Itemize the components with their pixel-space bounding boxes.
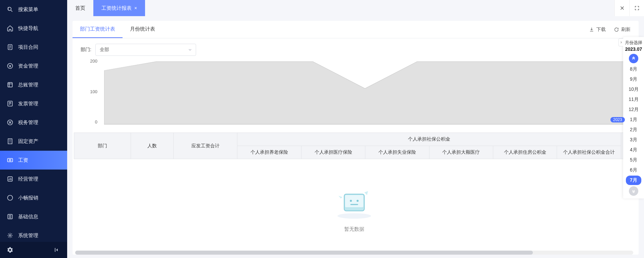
- sidebar-item-label: 固定资产: [18, 138, 38, 145]
- y-tick: 0: [95, 119, 97, 124]
- svg-rect-3: [8, 82, 12, 87]
- sidebar-item-8[interactable]: 工资: [0, 151, 67, 170]
- th-sub-2: 个人承担失业保险: [365, 146, 429, 159]
- sidebar-item-label: 税务管理: [18, 119, 38, 126]
- month-scroll-down[interactable]: [629, 186, 638, 196]
- sidebar-item-label: 总账管理: [18, 82, 38, 88]
- sidebar-item-label: 发票管理: [18, 101, 38, 107]
- th-gross: 应发工资合计: [174, 133, 237, 159]
- month-option-1[interactable]: 9月: [626, 75, 641, 84]
- svg-point-8: [9, 159, 11, 161]
- nav-tab-1[interactable]: 工资统计报表×: [93, 0, 145, 16]
- month-option-3[interactable]: 11月: [626, 95, 641, 104]
- month-selector-panel: 月份选择 2023.07 8月9月10月11月12月1月20232月3月4月5月…: [623, 37, 644, 198]
- sidebar-item-6[interactable]: 税务管理: [0, 113, 67, 132]
- svg-marker-13: [104, 62, 626, 124]
- month-option-9[interactable]: 5月: [626, 155, 641, 165]
- th-sub-4: 个人承担住房公积金: [493, 146, 557, 159]
- download-icon: [589, 27, 594, 32]
- th-group-personal: 个人承担社保公积金: [237, 133, 621, 146]
- th-sub-1: 个人承担医疗保险: [301, 146, 365, 159]
- refresh-button[interactable]: 刷新: [614, 27, 631, 33]
- month-scroll-up[interactable]: [629, 54, 638, 63]
- month-option-10[interactable]: 6月: [626, 165, 641, 175]
- y-tick: 200: [90, 59, 97, 64]
- svg-rect-7: [8, 158, 13, 162]
- nav-tab-0[interactable]: 首页: [67, 0, 93, 16]
- contract-icon: [7, 44, 13, 50]
- sidebar-item-12[interactable]: 系统管理: [0, 226, 67, 242]
- th-sub-5: 个人承担社保公积金合计: [557, 146, 621, 159]
- tax-icon: [7, 119, 13, 126]
- scrollbar-thumb[interactable]: [75, 251, 533, 255]
- operations-icon: [7, 176, 13, 182]
- subtab-0[interactable]: 部门工资统计表: [73, 21, 123, 38]
- info-icon: [7, 213, 13, 220]
- subheader: 部门工资统计表月份统计表 下载 刷新: [73, 21, 637, 38]
- sidebar-item-label: 资金管理: [18, 63, 38, 69]
- sidebar-item-label: 快捷导航: [18, 25, 38, 32]
- month-option-6[interactable]: 2月: [626, 125, 641, 135]
- th-sub-3: 个人承担大额医疗: [429, 146, 493, 159]
- sidebar-item-1[interactable]: 快捷导航: [0, 19, 67, 38]
- dept-filter-label: 部门:: [81, 47, 91, 53]
- svg-marker-21: [338, 196, 342, 198]
- svg-point-18: [350, 200, 352, 202]
- sidebar-item-4[interactable]: 总账管理: [0, 75, 67, 94]
- close-all-tabs-button[interactable]: [614, 0, 629, 16]
- fullscreen-button[interactable]: [629, 0, 644, 16]
- dept-select[interactable]: 全部: [95, 44, 196, 56]
- subtab-1[interactable]: 月份统计表: [123, 21, 163, 38]
- month-option-0[interactable]: 8月: [626, 65, 641, 74]
- month-option-5[interactable]: 1月2023: [626, 115, 641, 124]
- system-icon: [7, 232, 13, 239]
- reimburse-icon: [7, 194, 13, 201]
- svg-point-19: [357, 200, 359, 202]
- dept-select-value: 全部: [100, 47, 109, 53]
- nav-tab-label: 工资统计报表: [101, 5, 132, 11]
- empty-state: 暂无数据: [74, 159, 635, 249]
- gear-icon[interactable]: [7, 247, 13, 253]
- sidebar-item-7[interactable]: 固定资产: [0, 132, 67, 151]
- topbar: 首页工资统计报表×: [67, 0, 644, 16]
- sidebar-item-2[interactable]: 项目合同: [0, 38, 67, 57]
- close-icon[interactable]: ×: [134, 6, 137, 10]
- sidebar-item-label: 小畅报销: [18, 195, 38, 201]
- svg-point-15: [337, 213, 371, 219]
- invoice-icon: [7, 100, 13, 107]
- month-option-4[interactable]: 12月: [626, 105, 641, 114]
- month-option-11[interactable]: 7月: [626, 176, 641, 185]
- sidebar-item-3[interactable]: 资金管理: [0, 57, 67, 75]
- month-option-7[interactable]: 3月: [626, 135, 641, 145]
- sidebar-item-label: 系统管理: [18, 232, 38, 239]
- download-label: 下载: [596, 27, 606, 33]
- empty-illustration-icon: [332, 182, 376, 219]
- download-button[interactable]: 下载: [589, 27, 606, 33]
- refresh-label: 刷新: [621, 27, 631, 33]
- collapse-sidebar-icon[interactable]: [54, 247, 60, 253]
- year-badge: 2023: [610, 117, 625, 122]
- svg-rect-6: [8, 139, 12, 144]
- horizontal-scrollbar[interactable]: [75, 251, 633, 255]
- sidebar-item-label: 经营管理: [18, 176, 38, 182]
- sidebar-item-5[interactable]: 发票管理: [0, 94, 67, 113]
- sidebar-item-0[interactable]: 搜索菜单: [0, 0, 67, 19]
- month-option-2[interactable]: 10月: [626, 85, 641, 94]
- salary-icon: [7, 157, 13, 163]
- sidebar-item-9[interactable]: 经营管理: [0, 170, 67, 188]
- main-content: 部门工资统计表月份统计表 下载 刷新 部门: 全部: [67, 16, 644, 258]
- th-dept: 部门: [74, 133, 131, 159]
- sidebar-item-10[interactable]: 小畅报销: [0, 188, 67, 207]
- chart: 2001000: [81, 59, 629, 129]
- svg-marker-20: [364, 191, 368, 195]
- month-option-8[interactable]: 4月: [626, 145, 641, 155]
- ledger-icon: [7, 81, 13, 88]
- month-panel-current: 2023.07: [625, 46, 642, 54]
- sidebar-item-label: 基础信息: [18, 214, 38, 220]
- month-panel-collapse[interactable]: [618, 38, 623, 46]
- th-count: 人数: [131, 133, 174, 159]
- sidebar-item-11[interactable]: 基础信息: [0, 207, 67, 226]
- filter-row: 部门: 全部: [73, 38, 637, 59]
- nav-tab-label: 首页: [75, 5, 85, 11]
- home-icon: [7, 25, 13, 32]
